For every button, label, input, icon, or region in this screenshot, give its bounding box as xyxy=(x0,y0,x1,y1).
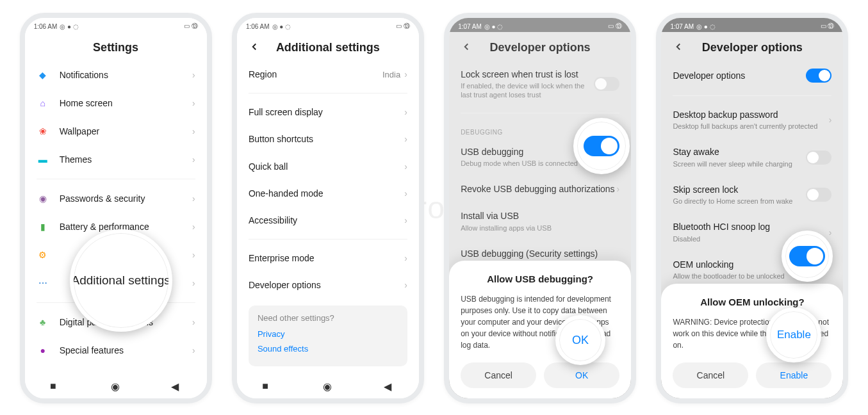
status-time: 1:06 AM xyxy=(34,23,58,30)
back-button[interactable]: ◀ xyxy=(384,380,394,391)
row-skip-screen-lock[interactable]: Skip screen lockGo directly to Home scre… xyxy=(673,176,831,213)
recent-apps-button[interactable]: ■ xyxy=(50,380,60,391)
chevron-right-icon: › xyxy=(404,134,407,144)
row-desktop-backup[interactable]: Desktop backup passwordDesktop full back… xyxy=(673,101,831,138)
toggle[interactable] xyxy=(594,77,619,91)
label: Full screen display xyxy=(249,106,404,118)
label: One-handed mode xyxy=(249,188,404,199)
info-prompt: Need other settings? xyxy=(258,313,398,323)
phone-developer-options-usb: 1:07 AM◎ ● ◌ ▭ ⑬ Developer options Lock … xyxy=(444,13,636,403)
row-accessibility[interactable]: Accessibility› xyxy=(249,207,407,234)
status-bar: 1:07 AM◎ ● ◌ ▭ ⑬ xyxy=(449,18,631,32)
row-full-screen-display[interactable]: Full screen display› xyxy=(249,99,407,126)
row-special-features[interactable]: ●Special features› xyxy=(37,336,195,364)
label: Developer options xyxy=(249,279,404,291)
row-lock-screen-trust[interactable]: Lock screen when trust is lostIf enabled… xyxy=(461,61,619,108)
status-notif-icon: ◎ ● ◌ xyxy=(484,23,504,30)
row-button-shortcuts[interactable]: Button shortcuts› xyxy=(249,126,407,152)
chevron-right-icon: › xyxy=(192,126,195,136)
dots-icon: ⋯ xyxy=(37,277,49,289)
phone-settings: 1:06 AM◎ ● ◌ ▭ ⑬ Settings ◆Notifications… xyxy=(20,13,212,403)
row-quick-ball[interactable]: Quick ball› xyxy=(249,153,407,180)
header: Developer options xyxy=(661,32,843,61)
label: Wallpaper xyxy=(60,126,192,137)
status-notif-icon: ◎ ● ◌ xyxy=(272,23,291,30)
chevron-right-icon: › xyxy=(404,107,407,117)
ok-button[interactable]: OK xyxy=(544,362,619,388)
status-time: 1:06 AM xyxy=(246,23,270,30)
chevron-right-icon: › xyxy=(192,193,195,204)
chevron-right-icon: › xyxy=(404,215,407,225)
row-developer-options-toggle[interactable]: Developer options xyxy=(673,61,831,90)
desc: Screen will never sleep while charging xyxy=(673,159,806,168)
phone-developer-options-oem: 1:07 AM◎ ● ◌ ▭ ⑬ Developer options Devel… xyxy=(656,13,848,403)
row-developer-options[interactable]: Developer options› xyxy=(249,272,407,298)
status-signal-icon: ▭ ⑬ xyxy=(396,22,410,31)
bell-icon: ◆ xyxy=(37,69,49,81)
row-one-handed-mode[interactable]: One-handed mode› xyxy=(249,180,407,207)
cancel-button[interactable]: Cancel xyxy=(673,362,748,388)
chevron-right-icon: › xyxy=(616,184,619,194)
info-box: Need other settings? Privacy Sound effec… xyxy=(249,305,407,366)
back-button[interactable] xyxy=(249,41,260,55)
divider xyxy=(37,179,195,179)
usb-toggle-on[interactable] xyxy=(584,136,619,156)
android-navbar: ■ ◉ ◀ xyxy=(25,373,207,398)
divider xyxy=(461,113,619,113)
row-revoke-usb[interactable]: Revoke USB debugging authorizations› xyxy=(461,175,619,202)
status-bar: 1:06 AM◎ ● ◌ ▭ ⑬ xyxy=(237,18,419,32)
home-button[interactable]: ◉ xyxy=(323,380,333,391)
row-themes[interactable]: ▬Themes› xyxy=(37,145,195,174)
toggle-skip-lock[interactable] xyxy=(806,188,831,202)
header: Developer options xyxy=(449,32,631,61)
label: Themes xyxy=(60,154,192,165)
row-region[interactable]: RegionIndia› xyxy=(249,61,407,88)
back-button[interactable]: ◀ xyxy=(171,380,181,391)
row-enterprise-mode[interactable]: Enterprise mode› xyxy=(249,245,407,272)
row-notifications[interactable]: ◆Notifications› xyxy=(37,61,195,89)
link-privacy[interactable]: Privacy xyxy=(258,329,398,339)
link-sound-effects[interactable]: Sound effects xyxy=(258,344,398,354)
dialog-title: Allow USB debugging? xyxy=(461,273,619,284)
divider xyxy=(249,93,407,94)
themes-icon: ▬ xyxy=(37,153,49,166)
page-title: Developer options xyxy=(490,41,591,54)
wellbeing-icon: ♣ xyxy=(37,316,49,329)
chevron-right-icon: › xyxy=(404,161,407,172)
chevron-right-icon: › xyxy=(829,227,832,238)
shield-icon: ◉ xyxy=(37,192,49,205)
toggle-developer-options[interactable] xyxy=(806,69,831,83)
zoom-highlight-oem-toggle xyxy=(782,231,833,282)
chevron-right-icon: › xyxy=(192,250,195,260)
label: Special features xyxy=(60,345,192,356)
label: Home screen xyxy=(60,97,192,109)
status-signal-icon: ▭ ⑬ xyxy=(184,22,198,31)
android-navbar: ■ ◉ ◀ xyxy=(237,373,419,398)
label: Region xyxy=(249,69,382,80)
status-signal-icon: ▭ ⑬ xyxy=(608,22,622,31)
toggle-stay-awake[interactable] xyxy=(806,151,831,165)
recent-apps-button[interactable]: ■ xyxy=(262,380,272,391)
dialog-allow-usb-debugging: Allow USB debugging? USB debugging is in… xyxy=(449,261,631,398)
enable-button[interactable]: Enable xyxy=(756,362,831,388)
status-notif-icon: ◎ ● ◌ xyxy=(696,23,716,30)
zoom-highlight-usb-toggle xyxy=(573,118,630,174)
desc: If enabled, the device will lock when th… xyxy=(461,81,594,100)
back-button[interactable] xyxy=(461,41,472,55)
home-button[interactable]: ◉ xyxy=(111,380,121,391)
gear-icon: ⚙ xyxy=(37,248,49,261)
cancel-button[interactable]: Cancel xyxy=(461,362,536,388)
label: Stay awake xyxy=(673,146,806,158)
row-install-via-usb[interactable]: Install via USBAllow installing apps via… xyxy=(461,202,619,240)
row-home-screen[interactable]: ⌂Home screen› xyxy=(37,89,195,117)
zoom-enable-label: Enable xyxy=(777,329,811,341)
row-wallpaper[interactable]: ❀Wallpaper› xyxy=(37,117,195,145)
back-button[interactable] xyxy=(673,41,684,55)
oem-toggle-on[interactable] xyxy=(789,246,825,266)
label: Notifications xyxy=(60,69,192,81)
zoom-highlight-enable: Enable xyxy=(766,307,821,362)
row-stay-awake[interactable]: Stay awakeScreen will never sleep while … xyxy=(673,138,831,175)
row-passwords-security[interactable]: ◉Passwords & security› xyxy=(37,184,195,213)
label: Skip screen lock xyxy=(673,184,806,195)
divider xyxy=(249,239,407,240)
